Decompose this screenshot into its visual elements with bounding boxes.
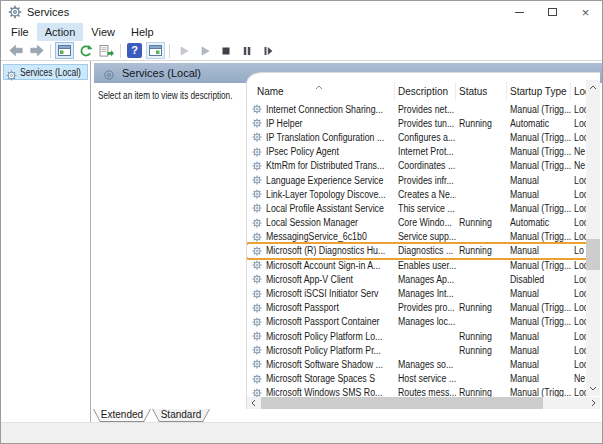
cell-status: Running	[456, 343, 507, 357]
tab-extended[interactable]: Extended	[93, 409, 151, 422]
help-button[interactable]: ?	[125, 42, 144, 59]
cell-startup-type: Manual (Trigg...	[507, 102, 571, 116]
service-row[interactable]: Microsoft App-V Client Manages Ap... Dis…	[247, 272, 589, 286]
refresh-button[interactable]	[76, 42, 95, 59]
service-row[interactable]: IPsec Policy Agent Internet Prot... Manu…	[247, 145, 589, 159]
tab-standard[interactable]: Standard	[152, 409, 210, 422]
services-gear-icon	[6, 67, 17, 78]
service-row-highlighted[interactable]: Microsoft (R) Diagnostics Hu... Diagnost…	[247, 244, 589, 258]
service-row[interactable]: MessagingService_6c1b0 Service supp... M…	[247, 230, 589, 244]
show-console-tree-button[interactable]	[55, 42, 74, 59]
service-row[interactable]: Microsoft Policy Platform Pr... Running …	[247, 343, 589, 357]
cell-name: IP Helper	[247, 116, 395, 130]
service-row[interactable]: Link-Layer Topology Discove... Creates a…	[247, 187, 589, 201]
cell-name: Microsoft Software Shadow ...	[247, 357, 395, 371]
help-icon: ?	[127, 43, 142, 58]
column-header-name[interactable]: Name	[247, 82, 395, 100]
cell-description: Internet Prot...	[395, 145, 456, 159]
pane-title: Services (Local)	[122, 67, 201, 79]
cell-startup-type: Disabled	[507, 272, 571, 286]
service-row[interactable]: Microsoft Passport Provides pro... Runni…	[247, 301, 589, 315]
maximize-button[interactable]	[536, 1, 569, 23]
cell-name: Internet Connection Sharing...	[247, 102, 395, 116]
scroll-right-icon[interactable]	[587, 397, 600, 409]
play-icon	[200, 46, 210, 56]
menu-view[interactable]: View	[83, 23, 123, 41]
service-gear-icon	[252, 303, 262, 313]
start-service-button[interactable]	[174, 42, 193, 59]
cell-startup-type: Manual (Trigg...	[507, 258, 571, 272]
minimize-icon	[515, 12, 524, 13]
restart-service-button[interactable]	[258, 42, 277, 59]
service-row[interactable]: Microsoft Storage Spaces S Host service …	[247, 372, 589, 386]
cell-startup-type: Manual	[507, 343, 571, 357]
minimize-button[interactable]	[503, 1, 536, 23]
service-gear-icon	[252, 218, 262, 228]
cell-status	[456, 130, 507, 144]
menu-action[interactable]: Action	[37, 23, 84, 41]
service-row[interactable]: Local Session Manager Core Windo... Runn…	[247, 216, 589, 230]
forward-button[interactable]	[27, 42, 46, 59]
service-table-body: Internet Connection Sharing... Provides …	[247, 102, 589, 397]
cell-status	[456, 187, 507, 201]
column-header-log-on-as[interactable]: Log	[571, 82, 586, 100]
menu-file[interactable]: File	[3, 23, 37, 41]
vertical-scroll-thumb[interactable]	[586, 239, 600, 270]
service-row[interactable]: Language Experience Service Provides inf…	[247, 173, 589, 187]
cell-description: Manages Ap...	[395, 272, 456, 286]
cell-status	[456, 258, 507, 272]
pause-service-button[interactable]	[237, 42, 256, 59]
vertical-scroll-track[interactable]	[586, 95, 600, 381]
services-gear-icon	[8, 5, 22, 19]
scroll-up-icon[interactable]	[586, 80, 600, 95]
column-header-status[interactable]: Status	[456, 82, 507, 100]
service-row[interactable]: Microsoft iSCSI Initiator Serv Manages I…	[247, 286, 589, 300]
service-gear-icon	[252, 161, 262, 171]
service-row[interactable]: Internet Connection Sharing... Provides …	[247, 102, 589, 116]
tree-item-services-local[interactable]: Services (Local)	[3, 64, 88, 80]
title-bar: Services ×	[1, 1, 602, 23]
horizontal-scroll-thumb[interactable]	[261, 397, 543, 409]
cell-description: Creates a Ne...	[395, 187, 456, 201]
service-gear-icon	[252, 317, 262, 327]
column-header-description[interactable]: Description	[395, 82, 456, 100]
back-button[interactable]	[6, 42, 25, 59]
resume-service-button[interactable]	[195, 42, 214, 59]
scroll-left-icon[interactable]	[247, 397, 260, 409]
cell-status	[456, 272, 507, 286]
service-row[interactable]: Microsoft Account Sign-in A... Enables u…	[247, 258, 589, 272]
cell-startup-type: Manual (Trigg...	[507, 315, 571, 329]
export-list-button[interactable]	[97, 42, 116, 59]
cell-description: This service ...	[395, 201, 456, 215]
console-tree-pane: Services (Local)	[1, 61, 91, 423]
service-row[interactable]: IP Helper Provides tun... Running Automa…	[247, 116, 589, 130]
column-header-startup-type[interactable]: Startup Type	[507, 82, 571, 100]
cell-startup-type: Manual (Trigg...	[507, 301, 571, 315]
service-row[interactable]: Microsoft Windows SMS Ro... Routes mess.…	[247, 386, 589, 397]
properties-window-button[interactable]	[146, 42, 165, 59]
cell-name: Microsoft Passport	[247, 301, 395, 315]
stop-service-button[interactable]	[216, 42, 235, 59]
service-row[interactable]: IP Translation Configuration ... Configu…	[247, 130, 589, 144]
horizontal-scroll-track[interactable]	[260, 397, 587, 409]
menu-help[interactable]: Help	[123, 23, 162, 41]
cell-name: Microsoft Storage Spaces S	[247, 372, 395, 386]
menu-bar: File Action View Help	[1, 23, 602, 41]
service-row[interactable]: Microsoft Software Shadow ... Manages so…	[247, 357, 589, 371]
service-row[interactable]: Local Profile Assistant Service This ser…	[247, 201, 589, 215]
cell-startup-type: Manual	[507, 372, 571, 386]
service-gear-icon	[252, 132, 262, 142]
service-gear-icon	[252, 345, 262, 355]
service-row[interactable]: KtmRm for Distributed Trans... Coordinat…	[247, 159, 589, 173]
cell-status: Running	[456, 301, 507, 315]
scroll-down-icon[interactable]	[586, 381, 600, 396]
vertical-scrollbar[interactable]	[586, 80, 600, 396]
service-gear-icon	[252, 203, 262, 213]
cell-description: Provides infr...	[395, 173, 456, 187]
cell-status	[456, 357, 507, 371]
close-button[interactable]: ×	[569, 1, 602, 23]
service-row[interactable]: Microsoft Policy Platform Lo... Running …	[247, 329, 589, 343]
service-row[interactable]: Microsoft Passport Container Manages loc…	[247, 315, 589, 329]
cell-name: Microsoft iSCSI Initiator Serv	[247, 286, 395, 300]
horizontal-scrollbar[interactable]	[247, 397, 600, 409]
